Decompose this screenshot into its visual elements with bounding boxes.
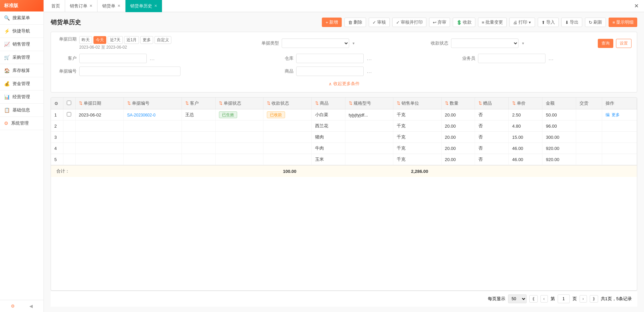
tab-home[interactable]: 首页 [47,0,65,12]
table-cell: 否 [475,143,509,154]
sidebar-item-search[interactable]: 🔍 搜索菜单 [0,11,44,25]
more-action-link[interactable]: 更多 [612,112,620,117]
sidebar-item-purchase[interactable]: 🛒 采购管理 [0,51,44,64]
select-all-checkbox[interactable] [67,101,71,105]
warehouse-input[interactable] [296,54,364,63]
table-cell: 西兰花 [311,121,345,132]
table-cell: 千克 [393,109,441,121]
next-page-btn[interactable]: › [580,295,587,303]
export-button[interactable]: ⬇ 导出 [561,18,582,27]
date-more-btn[interactable]: 更多 [140,36,153,44]
sidebar-item-finance[interactable]: 💰 资金管理 [0,77,44,90]
first-page-btn[interactable]: ⟪ [529,295,538,303]
table-cell-checkbox [63,132,75,143]
sidebar-item-sales[interactable]: 📈 销售管理 [0,38,44,51]
customer-dots[interactable]: … [149,55,155,61]
audit-print-button[interactable]: ✓ 审核并打印 [392,18,426,27]
page-size-select[interactable]: 20 50 100 [508,294,527,303]
table-cell-action [602,143,637,154]
doc-type-select[interactable] [282,38,349,48]
col-gift[interactable]: ⇅赠品 [475,98,509,109]
date-last7-btn[interactable]: 近7天 [108,36,123,44]
doc-number-link[interactable]: SA-20230602-0 [127,113,156,118]
col-doc-number[interactable]: ⇅单据编号 [123,98,181,109]
col-doc-date[interactable]: ⇅单据日期 [75,98,123,109]
last-page-btn[interactable]: ⟫ [590,295,598,303]
goods-dots[interactable]: … [366,68,372,74]
edit-action-link[interactable]: 编 [606,112,610,117]
query-button[interactable]: 查询 [598,39,613,48]
table-cell-payment-status [263,154,311,165]
page-label: 第 [551,296,555,302]
col-customer[interactable]: ⇅客户 [181,98,215,109]
summary-label: 合计： [56,168,69,174]
refresh-button[interactable]: ↻ 刷新 [585,18,606,27]
import-button[interactable]: ⬆ 导入 [538,18,559,27]
row-checkbox[interactable] [67,112,71,116]
new-button[interactable]: + 新增 [322,18,342,27]
date-today-btn[interactable]: 今天 [93,36,106,44]
sort-spec-icon: ⇅ [349,101,353,106]
collapse-btn[interactable]: ∧ 收起更多条件 [56,79,632,88]
col-spec[interactable]: ⇅规格型号 [345,98,393,109]
print-button[interactable]: 🖨 打印 ▼ [509,18,535,27]
abandon-label: 弃审 [438,19,446,25]
show-detail-button[interactable]: ≡ 显示明细 [609,18,637,27]
tab-bar-close[interactable]: ✕ [632,3,641,9]
table-row: 5玉米千克20.00否46.00920.00 [51,154,637,165]
goods-input[interactable] [296,67,364,76]
payment-status-dropdown-icon: ▼ [521,42,525,45]
settings-bottom-icon[interactable]: ⚙ [11,304,15,309]
page-number-input[interactable] [558,294,570,303]
col-unit-price[interactable]: ⇅单价 [509,98,542,109]
settings-button[interactable]: 设置 [616,39,632,48]
date-custom-btn[interactable]: 自定义 [155,36,171,44]
table-cell [181,154,215,165]
collect-button[interactable]: 💲 收款 [453,18,475,27]
filter-row-3: 单据编号 商品 … [56,67,632,76]
col-settings[interactable]: ⚙ [51,98,63,109]
table-cell [181,121,215,132]
sidebar-item-sysmgmt[interactable]: ⚙ 系统管理 [0,117,44,130]
audit-button[interactable]: ✓ 审核 [369,18,390,27]
table-body: 12023-06-02SA-20230602-0王总已生效已收款小白菜tyjyj… [51,109,637,165]
abandon-button[interactable]: ↩ 弃审 [429,18,450,27]
col-payment-status[interactable]: ⇅收款状态 [263,98,311,109]
salesman-dots[interactable]: … [548,55,554,61]
date-yesterday-btn[interactable]: 昨天 [79,36,92,44]
delete-button[interactable]: 🗑 删除 [344,18,366,27]
tab-sales-order[interactable]: 销售订单 ✕ [65,0,97,12]
collapse-sidebar-icon[interactable]: ◀ [29,304,33,309]
col-quantity[interactable]: ⇅数量 [441,98,475,109]
payment-status-select[interactable] [451,38,519,48]
doc-type-label: 单据类型 [259,40,279,46]
date-lastmonth-btn[interactable]: 近1月 [124,36,139,44]
sidebar-item-basic[interactable]: 📋 基础信息 [0,104,44,117]
batch-change-button[interactable]: ≡ 批量变更 [478,18,507,27]
tab-sales-order-label: 销售订单 [70,3,87,9]
sidebar-item-ops[interactable]: 📊 经营管理 [0,90,44,104]
tab-sales-order-close[interactable]: ✕ [89,4,92,8]
table-cell [75,154,123,165]
col-sales-unit[interactable]: ⇅销售单位 [393,98,441,109]
print-label: 打印 [519,19,527,25]
warehouse-dots[interactable]: … [366,55,372,61]
tab-sales-history[interactable]: 销货单历史 ✕ [125,0,162,12]
prev-page-btn[interactable]: ‹ [540,295,548,303]
salesman-input[interactable] [478,54,545,63]
sidebar-item-stock[interactable]: 🏠 库存核算 [0,64,44,77]
tab-sales-delivery[interactable]: 销货单 ✕ [97,0,125,12]
table-cell: 猪肉 [311,132,345,143]
table-cell: 1 [51,109,63,121]
sidebar-item-quicknav[interactable]: ⚡ 快捷导航 [0,25,44,38]
table-cell: 小白菜 [311,109,345,121]
col-doc-status[interactable]: ⇅单据状态 [215,98,263,109]
table-cell [345,121,393,132]
tab-sales-delivery-close[interactable]: ✕ [117,4,120,8]
table-cell [75,132,123,143]
tab-sales-history-close[interactable]: ✕ [154,4,157,8]
table-cell[interactable]: SA-20230602-0 [123,109,181,121]
doc-number-input[interactable] [79,67,180,76]
col-goods[interactable]: ⇅商品 [311,98,345,109]
customer-input[interactable] [79,54,147,63]
